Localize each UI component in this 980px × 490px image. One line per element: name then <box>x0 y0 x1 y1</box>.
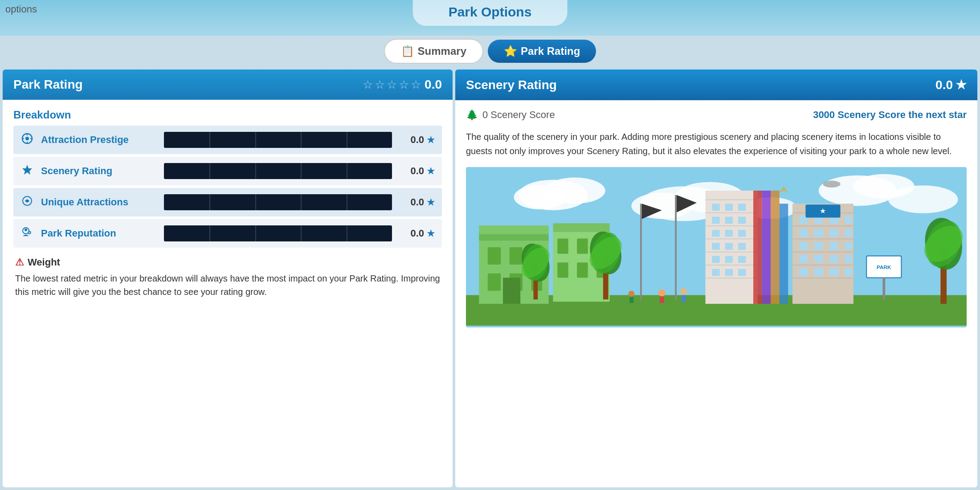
svg-rect-55 <box>706 265 758 265</box>
unique-attractions-bar <box>164 194 392 210</box>
scenery-rating-icon <box>20 164 34 178</box>
tab-bar: 📋 Summary ⭐ Park Rating <box>0 36 980 67</box>
weight-title-text: Weight <box>28 257 60 268</box>
svg-rect-93 <box>845 229 852 237</box>
svg-rect-34 <box>553 223 609 232</box>
svg-rect-101 <box>845 255 852 263</box>
rating-stars: ☆ ☆ ☆ ☆ ☆ <box>363 78 421 92</box>
svg-rect-60 <box>712 217 720 224</box>
svg-rect-95 <box>814 242 823 250</box>
svg-rect-70 <box>725 256 733 263</box>
scenery-rating-score: 0.0 ★ <box>399 165 435 177</box>
right-panel-title: Scenery Rating <box>466 78 557 92</box>
svg-rect-38 <box>557 262 568 278</box>
svg-rect-100 <box>829 255 838 263</box>
svg-rect-74 <box>738 269 746 276</box>
tab-summary[interactable]: 📋 Summary <box>384 39 483 64</box>
svg-rect-89 <box>845 216 852 224</box>
star-3: ☆ <box>387 78 397 92</box>
svg-rect-103 <box>814 268 823 276</box>
svg-rect-36 <box>577 238 588 253</box>
svg-rect-98 <box>799 255 808 263</box>
svg-rect-92 <box>829 229 838 237</box>
left-panel: Park Rating ☆ ☆ ☆ ☆ ☆ 0.0 Breakdown <box>3 69 453 487</box>
main-content: Park Rating ☆ ☆ ☆ ☆ ☆ 0.0 Breakdown <box>0 67 980 490</box>
left-panel-rating: ☆ ☆ ☆ ☆ ☆ 0.0 <box>363 78 442 92</box>
scenery-rating-bar <box>164 163 392 179</box>
svg-marker-6 <box>22 165 32 175</box>
right-panel: Scenery Rating 0.0 ★ 🌲 0 Scenery Score 3… <box>455 69 977 487</box>
svg-rect-56 <box>706 278 758 278</box>
svg-rect-39 <box>577 262 588 278</box>
window-title-container: Park Options <box>413 0 568 26</box>
attraction-prestige-label: Attraction Prestige <box>41 134 157 146</box>
metric-scenery-rating: Scenery Rating 0.0 ★ <box>13 157 442 185</box>
breakdown-title: Breakdown <box>13 109 442 121</box>
svg-rect-29 <box>488 274 501 291</box>
svg-rect-102 <box>799 268 808 276</box>
svg-rect-90 <box>799 229 808 237</box>
svg-rect-81 <box>792 225 853 226</box>
svg-rect-66 <box>712 243 720 250</box>
svg-rect-76 <box>762 191 771 304</box>
svg-rect-75 <box>753 191 762 304</box>
park-reputation-bar <box>164 225 392 241</box>
star-1: ☆ <box>363 78 373 92</box>
svg-rect-27 <box>510 247 523 265</box>
scenery-score-value: 0 Scenery Score <box>482 109 555 121</box>
svg-rect-94 <box>799 242 808 250</box>
attraction-prestige-star: ★ <box>427 135 435 145</box>
svg-rect-105 <box>845 268 852 276</box>
attraction-prestige-icon <box>20 133 34 147</box>
scenery-description: The quality of the scenery in your park.… <box>466 130 967 158</box>
left-panel-body: Breakdown Attraction Prestige <box>3 100 453 487</box>
summary-label: Summary <box>418 45 466 57</box>
svg-rect-51 <box>706 212 758 213</box>
svg-rect-67 <box>725 243 733 250</box>
svg-point-122 <box>629 291 635 297</box>
park-reputation-label: Park Reputation <box>41 228 157 239</box>
unique-attractions-icon <box>20 195 34 209</box>
svg-rect-71 <box>738 256 746 263</box>
svg-rect-125 <box>882 278 885 299</box>
svg-rect-63 <box>712 230 720 237</box>
svg-point-14 <box>514 185 566 209</box>
svg-rect-54 <box>706 252 758 253</box>
right-panel-rating: 0.0 ★ <box>935 78 967 92</box>
svg-rect-77 <box>771 191 780 304</box>
weight-section: ⚠ Weight The lowest rated metric in your… <box>13 257 442 298</box>
svg-rect-68 <box>738 243 746 250</box>
svg-rect-35 <box>557 238 568 253</box>
svg-rect-73 <box>725 269 733 276</box>
svg-text:★: ★ <box>820 207 826 215</box>
svg-rect-99 <box>814 255 823 263</box>
svg-rect-59 <box>738 204 746 211</box>
svg-rect-83 <box>792 252 853 253</box>
scenery-rating-label: Scenery Rating <box>41 165 157 177</box>
svg-rect-91 <box>814 229 823 237</box>
svg-point-118 <box>658 290 666 297</box>
svg-rect-108 <box>640 204 642 299</box>
tab-park-rating[interactable]: ⭐ Park Rating <box>488 40 596 63</box>
svg-rect-25 <box>479 225 548 234</box>
svg-point-20 <box>888 185 958 213</box>
svg-rect-62 <box>738 217 746 224</box>
metric-park-reputation: Park Reputation 0.0 ★ <box>13 219 442 248</box>
svg-rect-78 <box>780 204 788 304</box>
svg-rect-64 <box>725 230 733 237</box>
unique-attractions-score: 0.0 ★ <box>399 196 435 208</box>
svg-rect-82 <box>792 238 853 239</box>
star-4: ☆ <box>399 78 409 92</box>
unique-attractions-star: ★ <box>427 197 435 208</box>
scenery-score-row: 🌲 0 Scenery Score 3000 Scenery Score the… <box>466 109 967 121</box>
park-reputation-star: ★ <box>427 228 435 239</box>
svg-rect-65 <box>738 230 746 237</box>
svg-rect-110 <box>675 195 677 300</box>
svg-rect-72 <box>712 269 720 276</box>
weight-warning-icon: ⚠ <box>15 257 24 268</box>
unique-attractions-label: Unique Attractions <box>41 196 157 208</box>
svg-rect-26 <box>488 247 501 265</box>
svg-rect-104 <box>829 268 838 276</box>
options-label: options <box>5 4 37 15</box>
svg-point-1 <box>25 137 29 140</box>
